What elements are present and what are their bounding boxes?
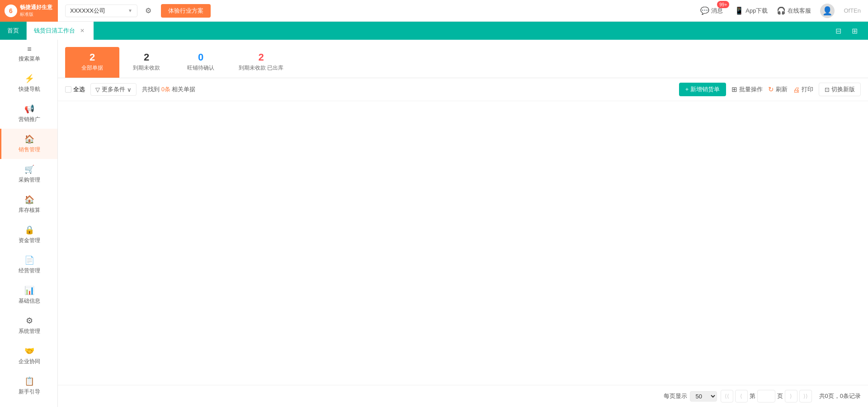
sidebar-quick-nav-label: 快捷导航 (19, 85, 40, 93)
sidebar-item-quick-nav[interactable]: ⚡ 快捷导航 (0, 68, 57, 98)
add-sale-btn[interactable]: + 新增销货单 (679, 83, 726, 96)
sidebar-item-system[interactable]: ⚙ 系统管理 (0, 310, 57, 341)
app-label: App下载 (745, 7, 768, 15)
content-inner: 2 全部单据 2 到期未收款 0 旺铺待确认 2 到期未收款 已出库 (58, 40, 868, 407)
tab-home-label: 首页 (7, 27, 19, 35)
sidebar-collab-label: 企业协同 (19, 358, 40, 365)
search-menu-icon: ≡ (27, 45, 31, 53)
refresh-icon: ↻ (768, 85, 774, 94)
sidebar-marketing-label: 营销推广 (19, 116, 40, 123)
sidebar-item-marketing[interactable]: 📢 营销推广 (0, 98, 57, 129)
tab-close-icon[interactable]: ✕ (79, 27, 86, 34)
batch-ops-label: 批量操作 (739, 85, 763, 94)
print-icon: 🖨 (793, 86, 800, 94)
filter-icon: ▽ (95, 86, 100, 93)
sidebar-item-search[interactable]: ≡ 搜索菜单 (0, 40, 57, 68)
select-all-label: 全选 (73, 85, 85, 94)
user-avatar[interactable]: 👤 (820, 4, 835, 18)
pagination-bar: 每页显示 50 100 200 ⟨⟨ ⟨ 第 1 页 ⟩ ⟩⟩ 共0页 (58, 385, 868, 407)
page-nav: ⟨⟨ ⟨ 第 1 页 ⟩ ⟩⟩ (721, 390, 812, 402)
page-size-select[interactable]: 50 100 200 (690, 391, 717, 402)
table-area (58, 101, 868, 385)
tab-minimize-btn[interactable]: ⊟ (832, 24, 844, 37)
online-service-action[interactable]: 🎧 在线客服 (777, 6, 811, 15)
tab-sales-workbench[interactable]: 钱货日清工作台 ✕ (27, 22, 94, 40)
sidebar-item-sales[interactable]: 🏠 销售管理 (0, 129, 57, 159)
logo-area[interactable]: 6 畅捷通好生意 标准版 (0, 0, 58, 22)
filter-label: 更多条件 (102, 85, 125, 94)
logo-subtitle: 标准版 (20, 11, 52, 17)
sidebar-item-operations[interactable]: 📄 经营管理 (0, 250, 57, 280)
sidebar-item-collab[interactable]: 🤝 企业协同 (0, 341, 57, 371)
switch-icon: ⊡ (825, 86, 830, 93)
sidebar-sales-label: 销售管理 (19, 146, 40, 154)
marketing-icon: 📢 (24, 104, 34, 114)
settings-icon-btn[interactable]: ⚙ (141, 4, 156, 18)
sidebar-item-finance[interactable]: 🔒 资金管理 (0, 220, 57, 250)
company-selector[interactable]: XXXXXX公司 ▼ (65, 5, 137, 17)
user-name[interactable]: OfTEn (844, 7, 861, 14)
tab-sales-workbench-label: 钱货日清工作台 (34, 27, 75, 35)
sidebar-item-basic-info[interactable]: 📊 基础信息 (0, 280, 57, 310)
stat-tab-wangpu[interactable]: 0 旺铺待确认 (174, 47, 228, 78)
operations-icon: 📄 (24, 255, 34, 265)
service-icon: 🎧 (777, 6, 786, 15)
stat-all-label: 全部单据 (81, 64, 103, 72)
stat-tab-shipped[interactable]: 2 到期未收款 已出库 (228, 47, 294, 78)
select-all-checkbox[interactable]: 全选 (65, 85, 85, 94)
quick-nav-icon: ⚡ (24, 74, 34, 84)
company-name: XXXXXX公司 (70, 7, 125, 15)
sidebar-item-appstore[interactable]: 📦 应用中心 (0, 401, 57, 407)
experience-btn[interactable]: 体验行业方案 (161, 4, 211, 18)
logo-icon: 6 (5, 5, 17, 17)
last-page-btn[interactable]: ⟩⟩ (799, 390, 812, 402)
checkbox-icon (65, 86, 71, 93)
stat-overdue-number: 2 (144, 51, 149, 63)
tab-bar: 首页 钱货日清工作台 ✕ ⊟ ⊞ (0, 22, 868, 40)
tab-home[interactable]: 首页 (0, 22, 27, 40)
sidebar-operations-label: 经营管理 (19, 267, 40, 275)
chevron-down-icon: ▼ (128, 8, 132, 13)
sidebar-finance-label: 资金管理 (19, 237, 40, 244)
stat-all-number: 2 (90, 51, 95, 63)
logo-title: 畅捷通好生意 (20, 4, 52, 11)
sidebar-search-label: 搜索菜单 (19, 55, 40, 63)
top-header: 6 畅捷通好生意 标准版 XXXXXX公司 ▼ ⚙ 体验行业方案 💬 消息 99… (0, 0, 868, 22)
first-page-btn[interactable]: ⟨⟨ (721, 390, 733, 402)
stat-tab-overdue[interactable]: 2 到期未收款 (119, 47, 174, 78)
sales-icon: 🏠 (24, 134, 34, 144)
sidebar-basic-info-label: 基础信息 (19, 297, 40, 305)
app-icon: 📱 (735, 6, 744, 15)
batch-ops-icon: ⊞ (731, 85, 737, 94)
page-number-input[interactable]: 1 (757, 390, 775, 402)
user-avatar-icon: 👤 (822, 6, 832, 16)
message-icon: 💬 (700, 6, 709, 15)
total-info: 共0页，0条记录 (819, 392, 861, 400)
app-download-action[interactable]: 📱 App下载 (735, 6, 768, 15)
stat-tab-all[interactable]: 2 全部单据 (65, 47, 119, 78)
purchase-icon: 🛒 (24, 164, 34, 174)
sidebar-system-label: 系统管理 (19, 327, 40, 335)
filter-chevron-icon: ∨ (127, 86, 132, 93)
next-page-btn[interactable]: ⟩ (785, 390, 797, 402)
sidebar-item-newbie[interactable]: 📋 新手引导 (0, 371, 57, 401)
print-btn[interactable]: 🖨 打印 (793, 85, 813, 94)
refresh-btn[interactable]: ↻ 刷新 (768, 85, 788, 94)
message-action[interactable]: 💬 消息 99+ (698, 5, 726, 17)
tab-expand-btn[interactable]: ⊞ (848, 24, 861, 37)
basic-info-icon: 📊 (24, 285, 34, 295)
filter-btn[interactable]: ▽ 更多条件 ∨ (90, 83, 137, 96)
newbie-icon: 📋 (24, 376, 34, 386)
header-right: 💬 消息 99+ 📱 App下载 🎧 在线客服 👤 OfTEn (698, 4, 861, 18)
found-text: 共找到 0条 相关单据 (142, 85, 195, 94)
refresh-label: 刷新 (776, 85, 788, 94)
batch-ops-btn[interactable]: ⊞ 批量操作 (731, 85, 763, 94)
switch-version-btn[interactable]: ⊡ 切换新版 (819, 83, 861, 96)
sidebar-item-purchase[interactable]: 🛒 采购管理 (0, 159, 57, 189)
system-icon: ⚙ (26, 316, 33, 326)
page-suffix-text: 页 (777, 392, 783, 400)
sidebar-item-inventory[interactable]: 🏠 库存核算 (0, 189, 57, 220)
finance-icon: 🔒 (24, 225, 34, 235)
toolbar: 全选 ▽ 更多条件 ∨ 共找到 0条 相关单据 + 新增销货单 ⊞ 批量操 (58, 78, 868, 101)
prev-page-btn[interactable]: ⟨ (735, 390, 748, 402)
